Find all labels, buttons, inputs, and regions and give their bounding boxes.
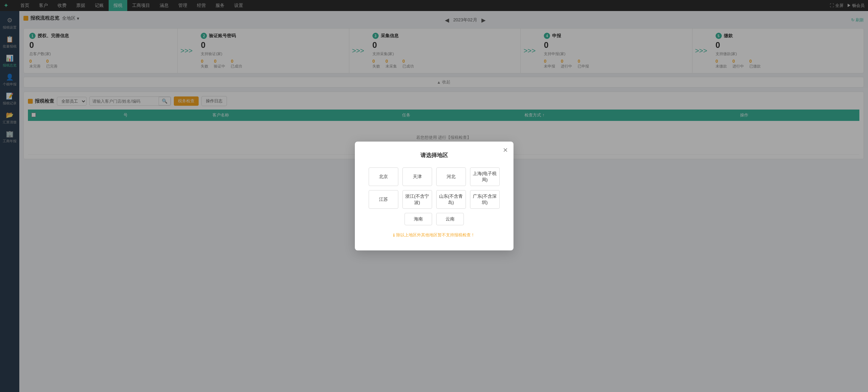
region-grid-row1: 北京 天津 河北 上海(电子税局): [369, 167, 500, 186]
region-btn-beijing[interactable]: 北京: [369, 167, 398, 186]
modal-title: 请选择地区: [369, 152, 500, 159]
region-btn-guangdong[interactable]: 广东(不含深圳): [470, 190, 500, 209]
modal-overlay[interactable]: ✕ 请选择地区 北京 天津 河北 上海(电子税局) 江苏 浙江(不含宁波) 山东…: [0, 0, 868, 392]
region-btn-hebei[interactable]: 河北: [436, 167, 466, 186]
region-btn-yunnan[interactable]: 云南: [436, 213, 464, 225]
region-select-modal: ✕ 请选择地区 北京 天津 河北 上海(电子税局) 江苏 浙江(不含宁波) 山东…: [355, 142, 513, 250]
modal-close-button[interactable]: ✕: [503, 146, 508, 154]
region-grid-row3: 海南 云南: [369, 213, 500, 225]
region-grid-row2: 江苏 浙江(不含宁波) 山东(不含青岛) 广东(不含深圳): [369, 190, 500, 209]
warning-text: 除以上地区外其他地区暂不支持报税检查！: [396, 232, 475, 238]
warning-icon: ℹ: [393, 233, 395, 238]
region-btn-shanghai[interactable]: 上海(电子税局): [470, 167, 500, 186]
region-btn-zhejiang[interactable]: 浙江(不含宁波): [402, 190, 432, 209]
region-btn-shandong[interactable]: 山东(不含青岛): [436, 190, 466, 209]
region-btn-jiangsu[interactable]: 江苏: [369, 190, 398, 209]
region-btn-tianjin[interactable]: 天津: [402, 167, 432, 186]
modal-warning: ℹ 除以上地区外其他地区暂不支持报税检查！: [369, 232, 500, 238]
region-btn-hainan[interactable]: 海南: [405, 213, 432, 225]
